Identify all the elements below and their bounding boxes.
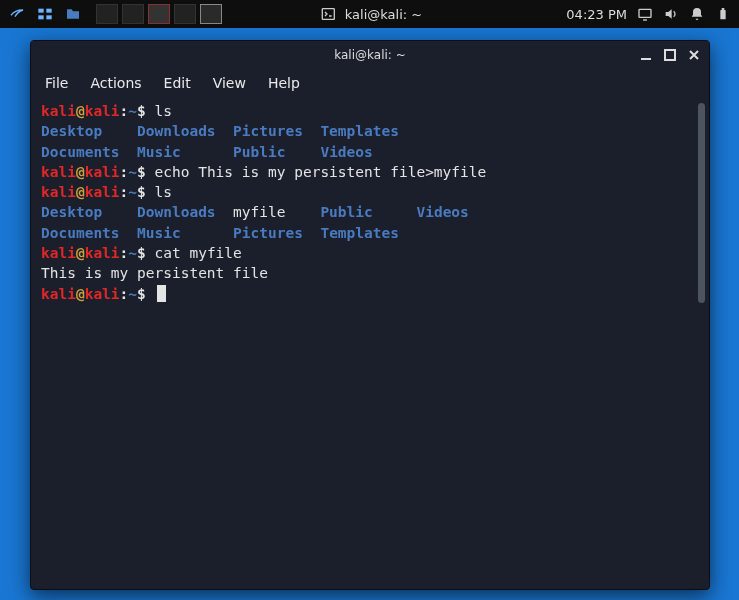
taskbar: kali@kali: ~ 04:23 PM [0, 0, 739, 28]
cmd-2: echo This is my persistent file>myfile [155, 164, 487, 180]
prompt-path: ~ [128, 184, 137, 200]
display-icon[interactable] [637, 6, 653, 22]
taskbar-right: 04:23 PM [566, 6, 731, 22]
svg-rect-1 [46, 9, 51, 13]
close-button[interactable] [687, 48, 701, 62]
files-icon[interactable] [62, 3, 84, 25]
cmd-1: ls [155, 103, 172, 119]
svg-rect-2 [38, 15, 43, 19]
svg-rect-5 [639, 9, 651, 17]
prompt-path: ~ [128, 245, 137, 261]
prompt-sym: $ [137, 103, 146, 119]
output-4: This is my persistent file [41, 265, 268, 281]
taskbar-app-terminal[interactable] [200, 4, 222, 24]
kali-logo-icon[interactable] [6, 3, 28, 25]
svg-rect-0 [38, 9, 43, 13]
taskbar-active-title-group: kali@kali: ~ [317, 3, 422, 25]
taskbar-app-4[interactable] [174, 4, 196, 24]
terminal-body[interactable]: kali@kali:~$ ls Desktop Downloads Pictur… [31, 97, 709, 589]
prompt-colon: : [120, 245, 129, 261]
terminal-content: kali@kali:~$ ls Desktop Downloads Pictur… [41, 101, 699, 304]
prompt-at: @ [76, 103, 85, 119]
svg-rect-9 [665, 50, 675, 60]
prompt-user: kali [41, 245, 76, 261]
prompt-colon: : [120, 286, 129, 302]
prompt-user: kali [41, 286, 76, 302]
ls2-documents: Documents [41, 225, 120, 241]
prompt-host: kali [85, 286, 120, 302]
taskbar-app-3[interactable] [148, 4, 170, 24]
taskbar-left [0, 3, 222, 25]
prompt-sym: $ [137, 245, 146, 261]
prompt-path: ~ [128, 164, 137, 180]
terminal-icon [317, 3, 339, 25]
volume-icon[interactable] [663, 6, 679, 22]
svg-rect-8 [641, 58, 651, 60]
prompt-at: @ [76, 286, 85, 302]
ls-pictures: Pictures [233, 123, 303, 139]
ls-videos: Videos [320, 144, 372, 160]
minimize-button[interactable] [639, 48, 653, 62]
prompt-path: ~ [128, 286, 137, 302]
window-title: kali@kali: ~ [334, 48, 405, 62]
menu-help[interactable]: Help [268, 75, 300, 91]
ls2-public: Public [320, 204, 372, 220]
prompt-sym: $ [137, 164, 146, 180]
prompt-path: ~ [128, 103, 137, 119]
ls-music: Music [137, 144, 181, 160]
ls2-desktop: Desktop [41, 204, 102, 220]
ls2-videos: Videos [416, 204, 468, 220]
menu-actions[interactable]: Actions [90, 75, 141, 91]
prompt-colon: : [120, 103, 129, 119]
notifications-icon[interactable] [689, 6, 705, 22]
ls-documents: Documents [41, 144, 120, 160]
taskbar-app-1[interactable] [96, 4, 118, 24]
prompt-colon: : [120, 184, 129, 200]
prompt-sym: $ [137, 286, 146, 302]
prompt-at: @ [76, 164, 85, 180]
prompt-host: kali [85, 245, 120, 261]
menu-file[interactable]: File [45, 75, 68, 91]
ls-desktop: Desktop [41, 123, 102, 139]
menu-edit[interactable]: Edit [164, 75, 191, 91]
power-icon[interactable] [715, 6, 731, 22]
window-controls [639, 48, 701, 62]
ls-public: Public [233, 144, 285, 160]
prompt-at: @ [76, 245, 85, 261]
cmd-4: cat myfile [155, 245, 242, 261]
ls-downloads: Downloads [137, 123, 216, 139]
cursor [157, 285, 166, 302]
menubar: File Actions Edit View Help [31, 69, 709, 97]
svg-rect-3 [46, 15, 51, 19]
prompt-user: kali [41, 164, 76, 180]
cmd-3: ls [155, 184, 172, 200]
ls2-downloads: Downloads [137, 204, 216, 220]
ls2-music: Music [137, 225, 181, 241]
ls2-myfile: myfile [233, 204, 285, 220]
maximize-button[interactable] [663, 48, 677, 62]
prompt-sym: $ [137, 184, 146, 200]
prompt-user: kali [41, 103, 76, 119]
taskbar-app-group [96, 4, 222, 24]
prompt-at: @ [76, 184, 85, 200]
prompt-host: kali [85, 164, 120, 180]
titlebar[interactable]: kali@kali: ~ [31, 41, 709, 69]
prompt-host: kali [85, 103, 120, 119]
svg-rect-7 [722, 8, 725, 10]
multi-desktop-icon[interactable] [34, 3, 56, 25]
prompt-user: kali [41, 184, 76, 200]
terminal-window: kali@kali: ~ File Actions Edit View Help… [30, 40, 710, 590]
prompt-colon: : [120, 164, 129, 180]
taskbar-clock[interactable]: 04:23 PM [566, 7, 627, 22]
taskbar-active-title[interactable]: kali@kali: ~ [345, 7, 422, 22]
scrollbar[interactable] [698, 103, 705, 303]
prompt-host: kali [85, 184, 120, 200]
menu-view[interactable]: View [213, 75, 246, 91]
ls-templates: Templates [320, 123, 399, 139]
svg-rect-6 [720, 10, 725, 19]
ls2-templates: Templates [320, 225, 399, 241]
ls2-pictures: Pictures [233, 225, 303, 241]
svg-rect-4 [322, 9, 334, 20]
taskbar-app-2[interactable] [122, 4, 144, 24]
